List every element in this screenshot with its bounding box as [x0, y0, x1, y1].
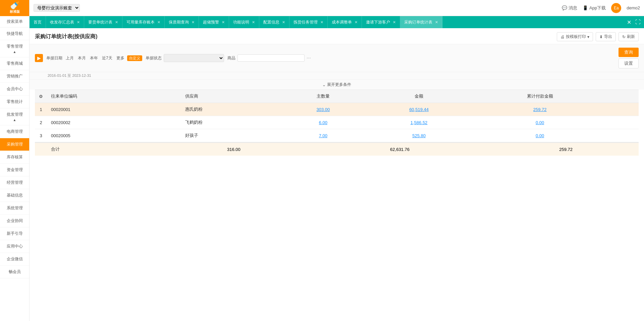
table-header-row: ⚙ 往来单位编码 供应商 主数量 金额 累计付款金额 — [35, 90, 639, 103]
shortcut-this-month[interactable]: 本月 — [76, 55, 87, 62]
tab-label: 可用量库存账本 — [126, 19, 155, 25]
tab-close-icon[interactable]: ✕ — [115, 20, 118, 24]
username-text: demo2 — [627, 5, 640, 10]
tab-close-icon[interactable]: ✕ — [282, 20, 285, 24]
sidebar-item-vip[interactable]: 畅会员 — [0, 266, 29, 278]
table-row: 1 00020001 惠氏奶粉 303.00 60,519.44 259.72 — [35, 103, 639, 116]
row-number: 3 — [35, 129, 47, 142]
row-code: 00020002 — [47, 116, 181, 129]
sidebar-item-collab[interactable]: 企业协同 — [0, 215, 29, 227]
sidebar-item-appcenter[interactable]: 应用中心 — [0, 240, 29, 253]
tab-label: 首页 — [34, 19, 42, 25]
shortcut-this-year[interactable]: 本年 — [89, 55, 99, 62]
sidebar-item-retail-stats[interactable]: 零售统计 — [0, 96, 29, 108]
logo-text: 标准版 — [10, 9, 20, 14]
close-tab-icon[interactable]: ✕ — [626, 18, 632, 26]
tab-purchase-order-stats[interactable]: 采购订单统计表 ✕ — [400, 16, 442, 28]
export-button[interactable]: ⬇ 导出 — [596, 32, 616, 41]
sidebar-item-wechat-work[interactable]: 企业微信 — [0, 253, 29, 266]
tab-close-icon[interactable]: ✕ — [355, 20, 358, 24]
sidebar-item-basics[interactable]: 基础信息 — [0, 189, 29, 202]
sidebar-item-system[interactable]: 系统管理 — [0, 202, 29, 215]
tab-function-desc[interactable]: 功能说明 ✕ — [229, 16, 259, 28]
logo-icon: 🍼 — [10, 2, 19, 9]
tab-close-icon[interactable]: ✕ — [393, 20, 396, 24]
sidebar-item-purchase[interactable]: 采购管理 — [0, 138, 29, 151]
row-amount: 525.80 — [365, 129, 473, 142]
sidebar-item-quicknav[interactable]: 快捷导航 — [0, 28, 29, 40]
tab-close-icon[interactable]: ✕ — [320, 20, 323, 24]
tab-close-icon[interactable]: ✕ — [222, 20, 225, 24]
status-select[interactable] — [164, 54, 224, 62]
tab-label: 超储预警 — [203, 19, 219, 25]
main-area: 母婴行业演示账套 💬 消息 📱 App下载 Ea demo2 首页 收发存汇总表… — [30, 0, 644, 321]
settings-button[interactable]: 设置 — [619, 58, 639, 68]
tab-close-icon[interactable]: ✕ — [252, 20, 255, 24]
tab-config[interactable]: 配置信息 ✕ — [259, 16, 289, 28]
tab-invite-downstream[interactable]: 邀请下游客户 ✕ — [362, 16, 400, 28]
more-options-icon[interactable]: ··· — [307, 55, 311, 61]
message-icon: 💬 — [562, 5, 567, 10]
col-supplier: 供应商 — [181, 90, 281, 103]
tab-quality-query[interactable]: 保质期查询 ✕ — [165, 16, 199, 28]
sidebar-item-label: 采购管理 — [7, 142, 23, 147]
tab-home[interactable]: 首页 — [30, 16, 46, 28]
message-label: 消息 — [569, 5, 577, 11]
sidebar-item-newguide[interactable]: 新手引导 — [0, 227, 29, 240]
tab-close-icon[interactable]: ✕ — [435, 20, 438, 24]
expand-more-button[interactable]: ⌄ 展开更多条件 — [322, 82, 351, 88]
refresh-icon: ↻ — [622, 35, 626, 39]
sidebar-item-label: 资金管理 — [7, 167, 23, 173]
footer-label: 合计 — [51, 147, 60, 152]
row-code: 00020001 — [47, 103, 181, 116]
workspace-selector[interactable]: 母婴行业演示账套 — [34, 4, 80, 12]
nav-tabs-end: ✕ ⛶ — [626, 18, 644, 26]
sidebar-item-retail-mgmt[interactable]: 零售管理 ▲ — [0, 40, 29, 57]
message-button[interactable]: 💬 消息 — [562, 5, 577, 11]
shortcut-7days[interactable]: 近7天 — [101, 55, 114, 62]
tab-available-stock[interactable]: 可用量库存账本 ✕ — [122, 16, 165, 28]
row-supplier: 飞鹤奶粉 — [181, 116, 281, 129]
shortcut-last-month[interactable]: 上月 — [64, 55, 75, 62]
filter-toggle-button[interactable]: ▶ — [35, 54, 43, 62]
page-header: 采购订单统计表(按供应商) 🖨 按模板打印 ▾ ⬇ 导出 ↻ 刷新 — [30, 28, 644, 44]
sidebar-item-marketing[interactable]: 营销推广 — [0, 70, 29, 83]
tab-recv-send[interactable]: 收发存汇总表 ✕ — [46, 16, 84, 28]
col-code: 往来单位编码 — [47, 90, 181, 103]
tab-close-icon[interactable]: ✕ — [77, 20, 80, 24]
topbar: 母婴行业演示账套 💬 消息 📱 App下载 Ea demo2 — [30, 0, 644, 16]
table-footer-row: 合计 316.00 62,631.76 259.72 — [35, 143, 639, 156]
tab-order-stats[interactable]: 要货单统计表 ✕ — [84, 16, 122, 28]
refresh-button[interactable]: ↻ 刷新 — [619, 32, 639, 41]
row-amount: 1,586.52 — [365, 116, 473, 129]
date-label: 单据日期 — [46, 55, 62, 61]
user-avatar[interactable]: Ea — [611, 3, 621, 13]
tab-close-icon[interactable]: ✕ — [192, 20, 195, 24]
sidebar-item-ecommerce[interactable]: 电商管理 — [0, 125, 29, 138]
goods-input[interactable] — [237, 54, 305, 62]
tab-close-icon[interactable]: ✕ — [157, 20, 160, 24]
chevron-up-icon: ▲ — [13, 50, 16, 54]
shortcut-more[interactable]: 更多 — [115, 55, 126, 62]
query-button[interactable]: 查询 — [619, 48, 639, 57]
row-paid: 0.00 — [473, 116, 607, 129]
sidebar-item-search[interactable]: 搜索菜单 — [0, 16, 29, 28]
row-quantity: 7.00 — [281, 129, 365, 142]
tab-cost-adjust[interactable]: 成本调整单 ✕ — [328, 16, 362, 28]
col-settings[interactable]: ⚙ — [35, 90, 47, 103]
sidebar-item-operations[interactable]: 经营管理 — [0, 176, 29, 189]
print-button[interactable]: 🖨 按模板打印 ▾ — [557, 32, 593, 41]
sidebar-item-inventory[interactable]: 库存核算 — [0, 151, 29, 164]
tab-pick-task[interactable]: 拣货任务管理 ✕ — [289, 16, 328, 28]
sidebar-item-wholesale[interactable]: 批发管理 ▲ — [0, 108, 29, 125]
sidebar-item-label: 企业协同 — [7, 218, 23, 224]
row-paid: 0.00 — [473, 129, 607, 142]
data-table: ⚙ 往来单位编码 供应商 主数量 金额 累计付款金额 1 00020001 惠氏… — [35, 90, 639, 142]
tab-label: 保质期查询 — [169, 19, 189, 25]
maximize-icon[interactable]: ⛶ — [635, 18, 641, 26]
app-download-button[interactable]: 📱 App下载 — [583, 5, 606, 11]
sidebar-item-finance[interactable]: 资金管理 — [0, 164, 29, 176]
sidebar-item-retail-shop[interactable]: 零售商城 — [0, 57, 29, 70]
tab-overstock[interactable]: 超储预警 ✕ — [199, 16, 229, 28]
sidebar-item-members[interactable]: 会员中心 — [0, 83, 29, 96]
